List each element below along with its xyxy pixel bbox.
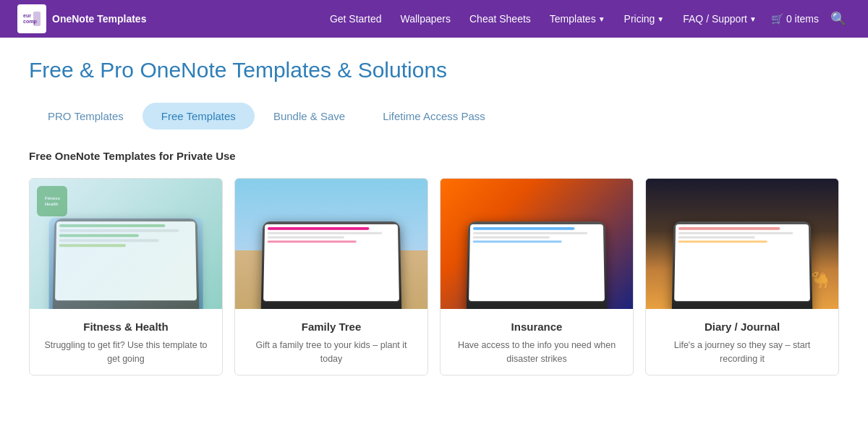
tabs-bar: PRO Templates Free Templates Bundle & Sa… (29, 103, 839, 130)
card-desc-diary: Life's a journey so they say – start rec… (656, 339, 828, 366)
card-title-fitness: Fitness & Health (40, 321, 212, 333)
nav-item-templates[interactable]: Templates ▼ (542, 9, 613, 29)
card-body-insurance: Insurance Have access to the info you ne… (441, 309, 633, 375)
tab-bundle-save[interactable]: Bundle & Save (255, 103, 364, 130)
chevron-down-icon: ▼ (749, 15, 757, 23)
site-logo[interactable]: eur comp OneNote Templates (17, 4, 146, 33)
card-image-diary: Diary 🐪🐪🐪 (646, 179, 838, 309)
cart-icon: 🛒 (771, 13, 783, 25)
card-desc-insurance: Have access to the info you need when di… (451, 339, 623, 366)
card-image-insurance: Insur ance (441, 179, 633, 309)
card-title-diary: Diary / Journal (656, 321, 828, 333)
logo-box: eur comp (17, 4, 46, 33)
tab-lifetime-access[interactable]: Lifetime Access Pass (364, 103, 504, 130)
nav-item-pricing[interactable]: Pricing ▼ (617, 9, 672, 29)
card-insurance[interactable]: Insur ance (440, 178, 634, 376)
cart-button[interactable]: 🛒 0 items (764, 9, 826, 29)
svg-rect-3 (33, 12, 41, 26)
logo-text: OneNote Templates (52, 13, 146, 25)
card-body-fitness: Fitness & Health Struggling to get fit? … (30, 309, 222, 375)
svg-text:eur: eur (23, 13, 31, 18)
tab-pro-templates[interactable]: PRO Templates (29, 103, 142, 130)
card-diary-journal[interactable]: Diary 🐪🐪🐪 (645, 178, 839, 376)
tab-free-templates[interactable]: Free Templates (142, 103, 255, 130)
card-body-diary: Diary / Journal Life's a journey so they… (646, 309, 838, 375)
section-header: Free OneNote Templates for Private Use (29, 150, 839, 162)
card-image-family: Family Tree (235, 179, 427, 309)
card-fitness-health[interactable]: Fitness Health (29, 178, 223, 376)
search-icon: 🔍 (830, 12, 846, 26)
card-family-tree[interactable]: Family Tree (234, 178, 428, 376)
card-desc-family: Gift a family tree to your kids – plant … (245, 339, 417, 366)
card-image-fitness: Fitness Health (30, 179, 222, 309)
cards-grid: Fitness Health (29, 178, 839, 376)
main-nav: eur comp OneNote Templates Get Started W… (0, 0, 868, 38)
nav-item-cheat-sheets[interactable]: Cheat Sheets (462, 9, 538, 29)
card-title-insurance: Insurance (451, 321, 623, 333)
nav-item-faq[interactable]: FAQ / Support ▼ (676, 9, 764, 29)
main-content: Free & Pro OneNote Templates & Solutions… (0, 38, 868, 376)
card-title-family: Family Tree (245, 321, 417, 333)
card-body-family: Family Tree Gift a family tree to your k… (235, 309, 427, 375)
page-title: Free & Pro OneNote Templates & Solutions (29, 58, 839, 82)
chevron-down-icon: ▼ (598, 15, 605, 23)
nav-item-wallpapers[interactable]: Wallpapers (393, 9, 458, 29)
card-desc-fitness: Struggling to get fit? Use this template… (40, 339, 212, 366)
chevron-down-icon: ▼ (657, 15, 664, 23)
search-button[interactable]: 🔍 (826, 7, 851, 31)
nav-item-get-started[interactable]: Get Started (323, 9, 389, 29)
nav-links-list: Get Started Wallpapers Cheat Sheets Temp… (323, 9, 764, 29)
